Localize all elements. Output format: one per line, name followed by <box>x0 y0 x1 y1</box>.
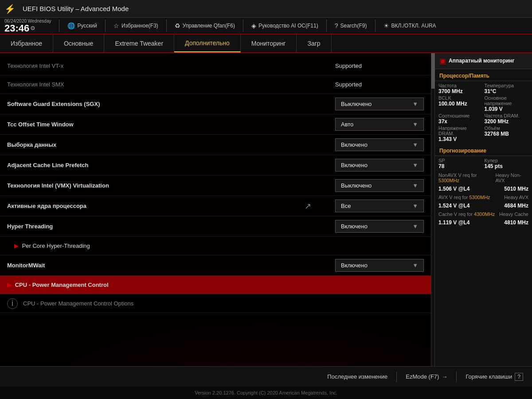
ai-oc-button[interactable]: ◈ Руководство AI OC(F11) <box>248 22 322 29</box>
arrow-right-icon: → <box>442 373 447 380</box>
dropdown-sgx[interactable]: Выключено ▼ <box>335 98 424 110</box>
row-cpu-power[interactable]: ▶ CPU - Power Management Control <box>0 276 431 294</box>
bottom-bar: Последнее изменение EzMode (F7) → Горячи… <box>0 366 532 387</box>
row-monitor-mwait: MonitorMWait Включено ▼ <box>0 255 431 276</box>
label-active-cores: Активные ядра процессора <box>7 203 305 209</box>
dropdown-vmx[interactable]: Выключено ▼ <box>335 179 424 192</box>
label-vmx: Технология Intel (VMX) Virtualization <box>7 182 335 189</box>
dropdown-adjacent-cache[interactable]: Включено ▼ <box>335 159 424 172</box>
app-title: UEFI BIOS Utility – Advanced Mode <box>23 5 129 12</box>
label-vt-x: Технология Intel VT-x <box>7 63 335 69</box>
heavy-cache-label: Heavy Cache <box>499 211 528 217</box>
row-active-cores: Активные ядра процессора ↗ Все ▼ <box>0 196 431 216</box>
row-cpu-power-info: i CPU - Power Management Control Options <box>0 294 431 313</box>
value-vt-x: Supported <box>335 63 424 69</box>
chevron-down-icon: ▼ <box>412 182 418 189</box>
nonavx-link: 5300MHz <box>438 178 459 183</box>
content-area[interactable]: Технология Intel VT-x Supported Технолог… <box>0 53 431 366</box>
dropdown-hyper-threading[interactable]: Включено ▼ <box>335 220 424 233</box>
row-smx: Технология Intel SMX Supported <box>0 75 431 94</box>
nonavx-freq: 5010 MHz <box>504 186 528 192</box>
dropdown-tcc-value: Авто <box>341 121 353 128</box>
favorites-button[interactable]: ☆ Избранное(F3) <box>110 22 162 29</box>
arrow-icon: ▶ <box>7 282 12 288</box>
row-sgx: Software Guard Extensions (SGX) Выключен… <box>0 94 431 114</box>
chevron-down-icon: ▼ <box>412 162 418 168</box>
divider <box>375 20 376 32</box>
heavy-avx-label: Heavy AVX <box>504 195 528 200</box>
divider <box>166 20 167 32</box>
last-change-button[interactable]: Последнее изменение <box>327 373 387 380</box>
dropdown-data-sampling[interactable]: Включено ▼ <box>335 138 424 151</box>
sidebar: ▣ Аппаратный мониторинг Процессор/Память… <box>434 53 532 366</box>
scrollbar[interactable] <box>431 53 434 366</box>
label-sp: SP 78 <box>438 158 483 169</box>
rog-logo: ⚡ <box>4 4 16 14</box>
cache-link: 4300MHz <box>474 211 495 217</box>
label-monitor-mwait: MonitorMWait <box>7 262 335 269</box>
cursor-icon: ↗ <box>305 201 311 211</box>
tab-tweaker[interactable]: Extreme Tweaker <box>104 35 174 52</box>
bottom-divider <box>456 372 457 382</box>
qfan-button[interactable]: ♻ Управление Qfan(F6) <box>171 22 239 29</box>
bottom-divider <box>396 372 397 382</box>
hotkeys-button[interactable]: Горячие клавиши ? <box>466 373 523 381</box>
dropdown-hyper-threading-value: Включено <box>341 223 368 230</box>
row-vmx: Технология Intel (VMX) Virtualization Вы… <box>0 176 431 196</box>
search-button[interactable]: ? Search(F9) <box>331 22 371 29</box>
label-sgx: Software Guard Extensions (SGX) <box>7 101 335 107</box>
tab-additional[interactable]: Дополнительно <box>174 35 241 52</box>
dropdown-adjacent-cache-value: Включено <box>341 162 368 168</box>
chevron-down-icon: ▼ <box>412 141 418 148</box>
dropdown-active-cores[interactable]: Все ▼ <box>335 200 424 212</box>
monitor-icon: ▣ <box>439 57 446 65</box>
sidebar-avx-row1: AVX V req for 5300MHz Heavy AVX <box>435 193 532 201</box>
value-sgx: Выключено ▼ <box>335 98 424 110</box>
aura-button[interactable]: ☀ ВКЛ./ОТКЛ. AURA <box>380 22 440 29</box>
dropdown-vmx-value: Выключено <box>341 182 372 189</box>
row-adjacent-cache: Adjacent Cache Line Prefetch Включено ▼ <box>0 155 431 176</box>
tab-favorites[interactable]: Избранное <box>0 35 53 52</box>
value-active-cores: ↗ Все ▼ <box>305 200 424 212</box>
value-data-sampling: Включено ▼ <box>335 138 424 151</box>
dropdown-active-cores-value: Все <box>341 203 351 209</box>
lang-button[interactable]: 🌐 Русский <box>64 22 101 29</box>
dropdown-monitor-mwait[interactable]: Включено ▼ <box>335 259 424 272</box>
globe-icon: 🌐 <box>67 22 75 29</box>
ezmode-button[interactable]: EzMode (F7) → <box>406 373 447 380</box>
sidebar-avx-row2: 1.524 V @L4 4684 MHz <box>435 201 532 210</box>
tab-monitoring[interactable]: Мониторинг <box>241 35 297 52</box>
value-adjacent-cache: Включено ▼ <box>335 159 424 172</box>
value-smx: Supported <box>335 81 424 88</box>
label-cooler: Кулер 145 pts <box>485 158 529 169</box>
sidebar-section-forecast: Прогнозирование <box>435 144 532 156</box>
label-tcc: Tcc Offset Time Window <box>7 121 335 128</box>
heavy-nonavx-label: Heavy Non-AVX <box>496 172 529 183</box>
dropdown-data-sampling-value: Включено <box>341 141 368 148</box>
label-voltage: Основное напряжение 1.039 V <box>485 95 529 112</box>
dropdown-tcc[interactable]: Авто ▼ <box>335 118 424 131</box>
arrow-icon: ▶ <box>14 243 19 249</box>
nonavx-label: NonAVX V req for <box>438 172 477 178</box>
dropdown-sgx-value: Выключено <box>341 101 372 107</box>
gear-icon[interactable]: ⚙ <box>30 25 35 31</box>
chevron-down-icon: ▼ <box>412 262 418 269</box>
label-cpu-power-info: CPU - Power Management Control Options <box>23 300 424 307</box>
sidebar-title-text: Аппаратный мониторинг <box>449 58 515 64</box>
label-dram-v: Напряжение DRAM. 1.343 V <box>438 125 483 142</box>
tab-main[interactable]: Основные <box>53 35 104 52</box>
sidebar-cache-row2: 1.119 V @L4 4810 MHz <box>435 218 532 227</box>
cache-voltage: 1.119 V @L4 <box>438 219 469 226</box>
chevron-down-icon: ▼ <box>412 121 418 128</box>
row-per-core-ht[interactable]: ▶ Per Core Hyper-Threading <box>0 237 431 255</box>
sidebar-header: ▣ Аппаратный мониторинг <box>435 53 532 69</box>
footer-text: Version 2.20.1276. Copyright (C) 2020 Am… <box>195 390 337 395</box>
divider <box>59 20 59 32</box>
datetime-left: 06/24/2020 Wednesday 23:46 ⚙ <box>4 19 51 33</box>
sidebar-nonavx-row2: 1.506 V @L4 5010 MHz <box>435 184 532 193</box>
tab-boot[interactable]: Загр <box>297 35 331 52</box>
sidebar-cache-row1: Cache V req for 4300MHz Heavy Cache <box>435 210 532 218</box>
footer: Version 2.20.1276. Copyright (C) 2020 Am… <box>0 387 532 399</box>
label-cpu-power: ▶ CPU - Power Management Control <box>7 282 424 288</box>
label-hyper-threading: Hyper Threading <box>7 223 335 230</box>
